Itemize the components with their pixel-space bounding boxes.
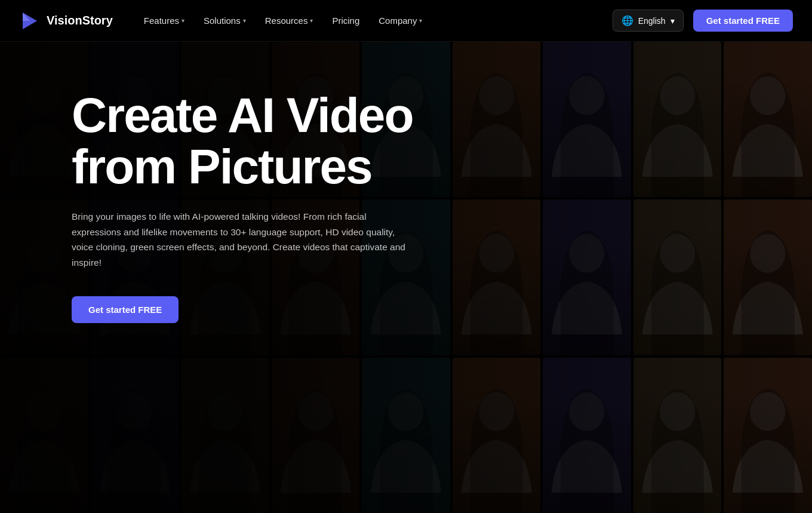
hero-section: Create AI Video from Pictures Bring your… <box>0 0 812 513</box>
logo[interactable]: VisionStory <box>19 10 113 32</box>
hero-title: Create AI Video from Pictures <box>72 90 454 192</box>
language-selector[interactable]: 🌐 English ▾ <box>613 10 684 32</box>
chevron-down-icon: ▾ <box>182 17 184 24</box>
get-started-button-nav[interactable]: Get started FREE <box>693 10 793 32</box>
get-started-button-hero[interactable]: Get started FREE <box>72 296 179 323</box>
chevron-down-icon: ▾ <box>670 16 675 26</box>
navbar: VisionStory Features ▾ Solutions ▾ Resou… <box>0 0 812 42</box>
chevron-down-icon: ▾ <box>419 17 422 24</box>
globe-icon: 🌐 <box>622 15 633 26</box>
nav-left: VisionStory Features ▾ Solutions ▾ Resou… <box>19 10 429 32</box>
nav-link-company[interactable]: Company ▾ <box>371 11 429 30</box>
nav-link-resources[interactable]: Resources ▾ <box>258 11 321 30</box>
nav-links: Features ▾ Solutions ▾ Resources ▾ Prici… <box>137 11 430 30</box>
nav-link-pricing[interactable]: Pricing <box>325 11 367 30</box>
logo-icon <box>19 10 41 32</box>
language-label: English <box>638 16 666 26</box>
chevron-down-icon: ▾ <box>310 17 313 24</box>
hero-subtitle: Bring your images to life with AI-powere… <box>72 209 406 270</box>
nav-link-features[interactable]: Features ▾ <box>137 11 192 30</box>
logo-text: VisionStory <box>47 14 113 27</box>
nav-right: 🌐 English ▾ Get started FREE <box>613 10 793 32</box>
nav-link-solutions[interactable]: Solutions ▾ <box>196 11 253 30</box>
hero-content: Create AI Video from Pictures Bring your… <box>0 42 454 323</box>
chevron-down-icon: ▾ <box>243 17 246 24</box>
